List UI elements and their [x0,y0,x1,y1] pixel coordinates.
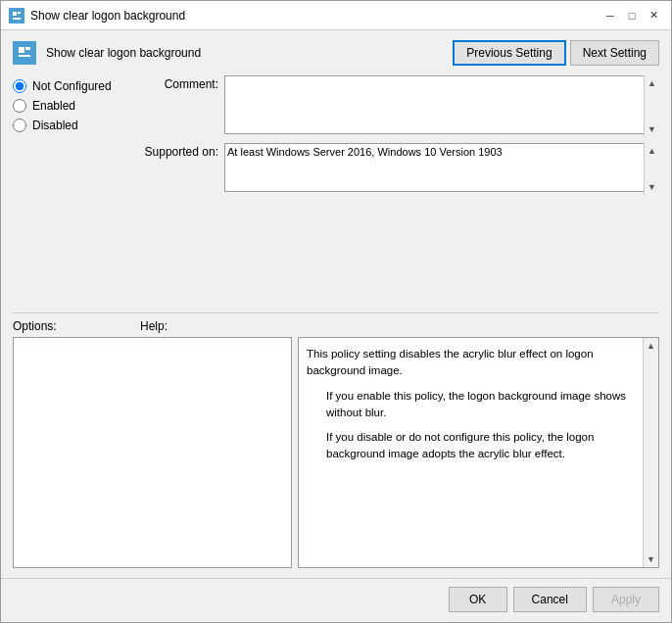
minimize-button[interactable]: ─ [600,6,620,25]
help-text: This policy setting disables the acrylic… [307,346,639,463]
help-label: Help: [130,319,659,333]
previous-setting-button[interactable]: Previous Setting [453,40,565,66]
not-configured-radio[interactable] [13,79,26,93]
help-panel: This policy setting disables the acrylic… [298,337,659,568]
help-scroll-down[interactable]: ▼ [644,551,659,567]
close-button[interactable]: ✕ [644,6,663,25]
svg-rect-5 [19,47,24,53]
help-paragraph-3: If you disable or do not configure this … [326,429,639,463]
radio-group: Not Configured Enabled Disabled [13,79,122,132]
help-scroll-up[interactable]: ▲ [644,338,659,354]
window-title: Show clear logon background [30,9,600,23]
policy-title: Show clear logon background [46,46,443,60]
main-area: Not Configured Enabled Disabled Comm [13,75,659,307]
window-controls: ─ □ ✕ [600,6,663,25]
svg-rect-2 [18,12,21,14]
scroll-up-arrow[interactable]: ▲ [645,75,660,91]
supported-scrollbar: ▲ ▼ [644,143,659,195]
panels-row: This policy setting disables the acrylic… [13,337,659,568]
policy-icon [13,41,36,65]
help-paragraph-2: If you enable this policy, the logon bac… [326,388,639,422]
supported-textarea[interactable] [224,143,659,192]
comment-scrollbar: ▲ ▼ [644,75,659,137]
enabled-label: Enabled [32,99,75,113]
supported-row: Supported on: ▲ ▼ [130,143,659,195]
apply-button[interactable]: Apply [593,587,659,612]
divider [13,312,659,313]
main-window: Show clear logon background ─ □ ✕ Show c… [0,0,672,623]
cancel-button[interactable]: Cancel [513,587,587,612]
bottom-labels-row: Options: Help: [13,319,659,333]
content-area: Show clear logon background Previous Set… [1,30,671,578]
disabled-label: Disabled [32,119,78,132]
not-configured-option[interactable]: Not Configured [13,79,122,93]
left-panel: Not Configured Enabled Disabled [13,75,130,307]
maximize-button[interactable]: □ [622,6,642,25]
right-panel: Comment: ▲ ▼ Supported on: [130,75,659,307]
disabled-option[interactable]: Disabled [13,119,122,132]
svg-rect-1 [13,12,17,16]
enabled-option[interactable]: Enabled [13,99,122,113]
not-configured-label: Not Configured [32,79,112,93]
svg-rect-7 [19,55,30,57]
scroll-down-arrow[interactable]: ▼ [645,121,660,137]
title-bar: Show clear logon background ─ □ ✕ [1,1,671,30]
supported-label: Supported on: [130,143,218,159]
disabled-radio[interactable] [13,119,26,132]
svg-rect-6 [25,47,30,50]
enabled-radio[interactable] [13,99,26,113]
supported-scroll-up[interactable]: ▲ [645,143,660,159]
svg-rect-3 [13,18,21,20]
options-label: Options: [13,319,130,333]
footer: OK Cancel Apply [1,578,671,622]
options-panel [13,337,292,568]
header-row: Show clear logon background Previous Set… [13,40,659,66]
window-icon [9,8,24,24]
comment-textarea[interactable] [224,75,659,134]
supported-scroll-down[interactable]: ▼ [645,179,660,195]
help-scrollbar: ▲ ▼ [643,338,658,567]
ok-button[interactable]: OK [449,587,507,612]
help-paragraph-1: This policy setting disables the acrylic… [307,346,639,380]
comment-label: Comment: [130,75,218,91]
nav-buttons: Previous Setting Next Setting [453,40,659,66]
next-setting-button[interactable]: Next Setting [570,40,659,66]
comment-row: Comment: ▲ ▼ [130,75,659,137]
